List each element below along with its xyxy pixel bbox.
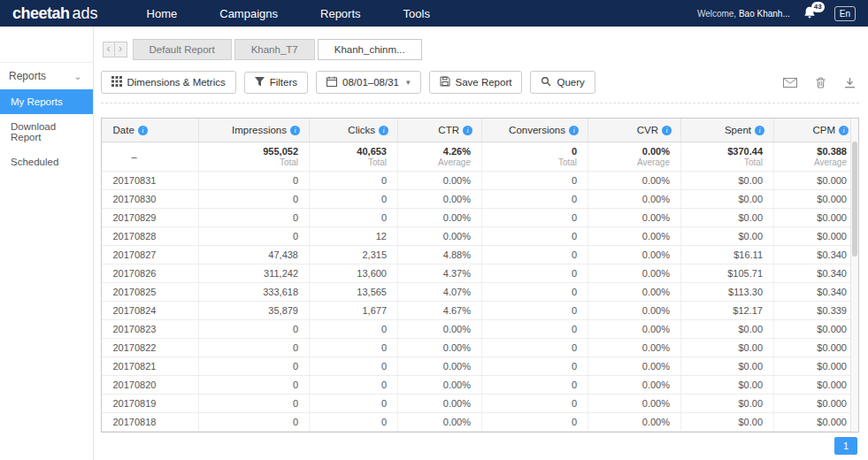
tab-khanh-t7[interactable]: Khanh_T7 <box>234 39 315 60</box>
value-cell: 12 <box>310 227 398 246</box>
value-cell: 0.00% <box>588 264 681 283</box>
download-icon[interactable] <box>844 77 856 88</box>
value-cell: 0 <box>482 357 588 376</box>
table-row: 20170829000.00%00.00%$0.00$0.000 <box>102 209 858 227</box>
table-scrollbar[interactable] <box>850 119 858 432</box>
column-header-cpm[interactable]: CPM <box>774 119 858 142</box>
nav-item-tools[interactable]: Tools <box>403 7 430 20</box>
dimensions-metrics-button[interactable]: Dimensions & Metrics <box>101 71 236 94</box>
email-icon[interactable] <box>783 78 797 88</box>
nav-item-campaigns[interactable]: Campaigns <box>219 7 278 20</box>
value-cell: 0.00% <box>398 413 482 432</box>
app-logo[interactable]: cheetahads <box>12 4 98 23</box>
info-icon[interactable] <box>290 126 300 135</box>
table-row: 2017082747,4382,3154.88%00.00%$16.11$0.3… <box>102 246 858 264</box>
date-cell: 20170831 <box>102 172 199 190</box>
column-header-impressions[interactable]: Impressions <box>199 119 310 142</box>
toolbar-divider <box>101 103 860 104</box>
value-cell: $0.340 <box>774 283 858 302</box>
funnel-icon <box>255 77 265 88</box>
value-cell: 0 <box>199 209 310 227</box>
tab-scroll-right-icon[interactable]: › <box>115 42 127 58</box>
value-cell: 0.00% <box>588 209 681 227</box>
tab-scroll-arrows: ‹ › <box>103 42 127 58</box>
value-cell: 0 <box>310 413 398 432</box>
value-cell: 0.00% <box>398 227 482 246</box>
value-cell: $0.339 <box>774 302 858 320</box>
tab-default-report[interactable]: Default Report <box>133 39 232 60</box>
value-cell: 0 <box>482 376 588 395</box>
info-icon[interactable] <box>379 126 388 135</box>
summary-date-cell: – <box>102 142 199 172</box>
column-header-cvr[interactable]: CVR <box>588 119 681 142</box>
logo-light: ads <box>73 4 98 22</box>
value-cell: 0 <box>310 172 398 190</box>
info-icon[interactable] <box>138 126 148 135</box>
value-cell: $0.00 <box>681 339 774 357</box>
column-header-date[interactable]: Date <box>102 119 199 142</box>
table-row: 20170831000.00%00.00%$0.00$0.000 <box>102 172 858 190</box>
toolbar: Dimensions & Metrics Filters 08/01–08/31… <box>101 71 860 94</box>
value-cell: 0 <box>199 413 310 432</box>
value-cell: 0.00% <box>588 395 681 413</box>
value-cell: 0.00% <box>398 357 482 376</box>
value-cell: 35,879 <box>199 302 310 320</box>
value-cell: 0.00% <box>398 376 482 395</box>
value-cell: $0.000 <box>774 172 858 190</box>
value-cell: 0.00% <box>588 357 681 376</box>
info-icon[interactable] <box>839 126 849 135</box>
column-header-conversions[interactable]: Conversions <box>482 119 588 142</box>
table-row: 2017082435,8791,6774.67%00.00%$12.17$0.3… <box>102 302 858 320</box>
value-cell: 1,677 <box>310 302 398 320</box>
sidebar-item-download-report[interactable]: Download Report <box>0 114 93 150</box>
trash-icon[interactable] <box>815 77 826 88</box>
save-report-button[interactable]: Save Report <box>429 71 523 94</box>
table-header-row: Date Impressions Clicks CTR Conversions … <box>102 119 858 142</box>
nav-item-home[interactable]: Home <box>147 7 178 20</box>
value-cell: 4.88% <box>398 246 482 264</box>
tab-scroll-left-icon[interactable]: ‹ <box>103 42 115 58</box>
sidebar-item-my-reports[interactable]: My Reports <box>0 89 93 114</box>
language-button[interactable]: En <box>834 6 856 21</box>
info-icon[interactable] <box>463 126 472 135</box>
info-icon[interactable] <box>662 126 672 135</box>
value-cell: $0.000 <box>774 376 858 395</box>
chevron-down-icon: ⌄ <box>73 71 81 82</box>
value-cell: 4.67% <box>398 302 482 320</box>
value-cell: 0 <box>482 227 588 246</box>
nav-item-reports[interactable]: Reports <box>320 7 361 20</box>
value-cell: $105.71 <box>681 264 774 283</box>
info-icon[interactable] <box>755 126 764 135</box>
sidebar-item-scheduled[interactable]: Scheduled <box>0 150 93 174</box>
sidebar-section-reports[interactable]: Reports ⌄ <box>0 62 93 89</box>
page-button-1[interactable]: 1 <box>834 437 857 455</box>
value-cell: 0 <box>310 395 398 413</box>
date-range-button[interactable]: 08/01–08/31 ▾ <box>316 71 420 94</box>
notifications-button[interactable]: 43 <box>803 5 818 21</box>
welcome-label: Welcome, <box>697 9 736 19</box>
value-cell: $0.00 <box>681 172 774 190</box>
date-cell: 20170823 <box>102 320 199 339</box>
column-header-ctr[interactable]: CTR <box>398 119 482 142</box>
value-cell: 0.00% <box>588 283 681 302</box>
tab-khanh-chinm[interactable]: Khanh_chinm... <box>318 39 422 60</box>
welcome-text[interactable]: Welcome, Bao Khanh... <box>697 9 790 19</box>
info-icon[interactable] <box>569 126 579 135</box>
report-table: Date Impressions Clicks CTR Conversions … <box>101 118 860 433</box>
table-row: 20170825333,61813,5654.07%00.00%$113.30$… <box>102 283 858 302</box>
column-header-spent[interactable]: Spent <box>681 119 774 142</box>
column-header-clicks[interactable]: Clicks <box>310 119 398 142</box>
value-cell: 0 <box>199 395 310 413</box>
dimensions-metrics-label: Dimensions & Metrics <box>127 77 226 88</box>
table-row: 20170823000.00%00.00%$0.00$0.000 <box>102 320 858 339</box>
value-cell: $0.340 <box>774 264 858 283</box>
value-cell: $0.00 <box>681 209 774 227</box>
value-cell: 0.00% <box>588 413 681 432</box>
value-cell: 0 <box>482 302 588 320</box>
save-report-label: Save Report <box>456 77 512 88</box>
query-button[interactable]: Query <box>530 71 595 94</box>
value-cell: 0.00% <box>588 190 681 209</box>
filters-button[interactable]: Filters <box>244 72 308 94</box>
toolbar-right-icons <box>783 77 856 88</box>
scrollbar-thumb[interactable] <box>852 142 857 257</box>
